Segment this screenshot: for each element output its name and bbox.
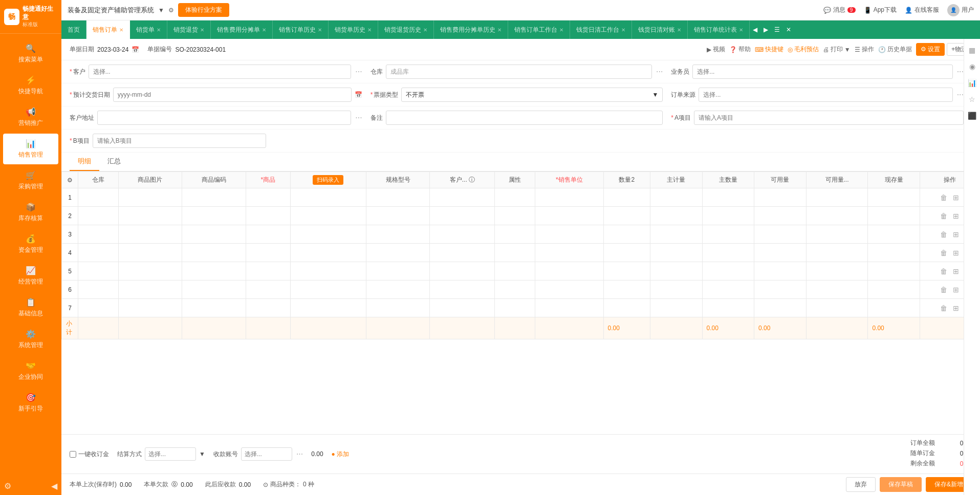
- row-1-current[interactable]: [868, 188, 920, 207]
- row-6-warehouse[interactable]: [78, 281, 119, 299]
- row-2-main-qty[interactable]: [702, 207, 754, 225]
- row-2-unit[interactable]: [535, 207, 604, 225]
- collapse-icon[interactable]: ◀: [51, 481, 57, 491]
- tab-sales-stats[interactable]: 销售订单统计表 ✕: [688, 20, 750, 39]
- row-7-code[interactable]: [182, 299, 246, 317]
- right-panel-grid-icon[interactable]: ▦: [965, 43, 979, 57]
- row-4-avail[interactable]: [754, 244, 807, 262]
- row-7-spec[interactable]: [366, 299, 430, 317]
- row-2-warehouse[interactable]: [78, 207, 119, 225]
- row-5-main-qty[interactable]: [702, 262, 754, 281]
- payment-dropdown-icon[interactable]: ▼: [199, 450, 205, 458]
- row-6-qty2[interactable]: [603, 281, 650, 299]
- row-5-current[interactable]: [868, 262, 920, 281]
- row-4-spec[interactable]: [366, 244, 430, 262]
- row-2-current[interactable]: [868, 207, 920, 225]
- row-1-attr[interactable]: [495, 188, 535, 207]
- sidebar-item-inventory[interactable]: 📦 库存核算: [3, 197, 58, 228]
- tab-sales-order-close[interactable]: ✕: [119, 27, 123, 33]
- row-5-spec[interactable]: [366, 262, 430, 281]
- row-7-delete-btn[interactable]: 🗑: [939, 303, 949, 313]
- delivery-calendar-icon[interactable]: 📅: [355, 91, 362, 98]
- delivery-input[interactable]: [113, 88, 352, 102]
- warehouse-input[interactable]: [386, 64, 652, 79]
- sidebar-item-enterprise[interactable]: 🤝 企业协同: [3, 356, 58, 386]
- row-7-avail2[interactable]: [806, 299, 868, 317]
- row-3-product[interactable]: [246, 225, 291, 244]
- receipt-dots[interactable]: ···: [296, 449, 303, 459]
- settings-icon[interactable]: ⚙: [168, 7, 174, 14]
- tab-history-close[interactable]: ✕: [318, 27, 322, 33]
- row-4-unit[interactable]: [535, 244, 604, 262]
- sidebar-item-quick[interactable]: ⚡ 快捷导航: [3, 70, 58, 101]
- row-5-code[interactable]: [182, 262, 246, 281]
- profit-action[interactable]: ◎ 毛利预估: [788, 45, 819, 54]
- row-3-copy-btn[interactable]: ⊞: [951, 229, 961, 240]
- row-5-main-unit[interactable]: [650, 262, 702, 281]
- row-6-main-qty[interactable]: [702, 281, 754, 299]
- tab-sales-expense-close[interactable]: ✕: [262, 27, 266, 33]
- row-3-current[interactable]: [868, 225, 920, 244]
- row-1-delete-btn[interactable]: 🗑: [939, 192, 949, 203]
- tab-detail[interactable]: 明细: [70, 153, 99, 171]
- tab-nav-menu[interactable]: ☰: [771, 26, 783, 33]
- tab-sales-order[interactable]: 销售订单 ✕: [86, 20, 130, 39]
- row-5-attr[interactable]: [495, 262, 535, 281]
- tab-nav-prev[interactable]: ◀: [750, 26, 760, 33]
- row-3-unit[interactable]: [535, 225, 604, 244]
- print-dropdown-icon[interactable]: ▼: [844, 46, 851, 53]
- view-action[interactable]: ▶ 视频: [707, 45, 725, 54]
- tab-nav-close[interactable]: ✕: [783, 26, 794, 33]
- row-2-copy-btn[interactable]: ⊞: [951, 211, 961, 221]
- row-6-current[interactable]: [868, 281, 920, 299]
- tab-workbench-close[interactable]: ✕: [559, 27, 563, 33]
- row-5-customer-code[interactable]: [430, 262, 495, 281]
- customer-input[interactable]: [89, 64, 352, 79]
- row-1-spec[interactable]: [366, 188, 430, 207]
- user-area[interactable]: 👤 用户: [947, 4, 974, 16]
- salesperson-dots[interactable]: ···: [957, 67, 964, 76]
- print-action[interactable]: 🖨 打印 ▼: [823, 45, 851, 54]
- row-3-warehouse[interactable]: [78, 225, 119, 244]
- tab-cash-workbench[interactable]: 钱货日清工作台 ✕: [570, 20, 632, 39]
- row-5-product[interactable]: [246, 262, 291, 281]
- row-1-warehouse[interactable]: [78, 188, 119, 207]
- row-4-main-qty[interactable]: [702, 244, 754, 262]
- row-2-customer-code[interactable]: [430, 207, 495, 225]
- right-panel-star-icon[interactable]: ☆: [965, 92, 979, 106]
- add-button[interactable]: ● 添加: [332, 450, 350, 459]
- row-1-main-qty[interactable]: [702, 188, 754, 207]
- row-7-avail[interactable]: [754, 299, 807, 317]
- row-1-avail[interactable]: [754, 188, 807, 207]
- row-3-main-qty[interactable]: [702, 225, 754, 244]
- row-5-avail2[interactable]: [806, 262, 868, 281]
- row-4-code[interactable]: [182, 244, 246, 262]
- row-3-avail2[interactable]: [806, 225, 868, 244]
- discard-button[interactable]: 放弃: [846, 477, 876, 492]
- row-4-product[interactable]: [246, 244, 291, 262]
- customer-dots[interactable]: ···: [355, 67, 362, 76]
- row-6-attr[interactable]: [495, 281, 535, 299]
- tab-sales-order-history[interactable]: 销售订单历史 ✕: [273, 20, 329, 39]
- tab-sales-return[interactable]: 销货退货 ✕: [167, 20, 211, 39]
- row-6-avail[interactable]: [754, 281, 807, 299]
- row-7-unit[interactable]: [535, 299, 604, 317]
- tab-sales-stats-close[interactable]: ✕: [739, 27, 743, 33]
- tab-workbench[interactable]: 销售订单工作台 ✕: [508, 20, 570, 39]
- row-5-avail[interactable]: [754, 262, 807, 281]
- sidebar-item-purchase[interactable]: 🛒 采购管理: [3, 165, 58, 196]
- warehouse-dots[interactable]: ···: [656, 67, 663, 76]
- help-action[interactable]: ❓ 帮助: [729, 45, 751, 54]
- row-6-unit[interactable]: [535, 281, 604, 299]
- row-2-qty2[interactable]: [603, 207, 650, 225]
- sidebar-item-guide[interactable]: 🎯 新手引导: [3, 388, 58, 418]
- row-1-customer-code[interactable]: [430, 188, 495, 207]
- row-1-unit[interactable]: [535, 188, 604, 207]
- row-4-warehouse[interactable]: [78, 244, 119, 262]
- tab-return-history[interactable]: 销货退货历史 ✕: [378, 20, 434, 39]
- row-7-qty2[interactable]: [603, 299, 650, 317]
- row-5-delete-btn[interactable]: 🗑: [939, 266, 949, 276]
- row-5-warehouse[interactable]: [78, 262, 119, 281]
- one-click-checkbox-input[interactable]: [70, 451, 76, 458]
- sidebar-item-system[interactable]: ⚙️ 系统管理: [3, 324, 58, 355]
